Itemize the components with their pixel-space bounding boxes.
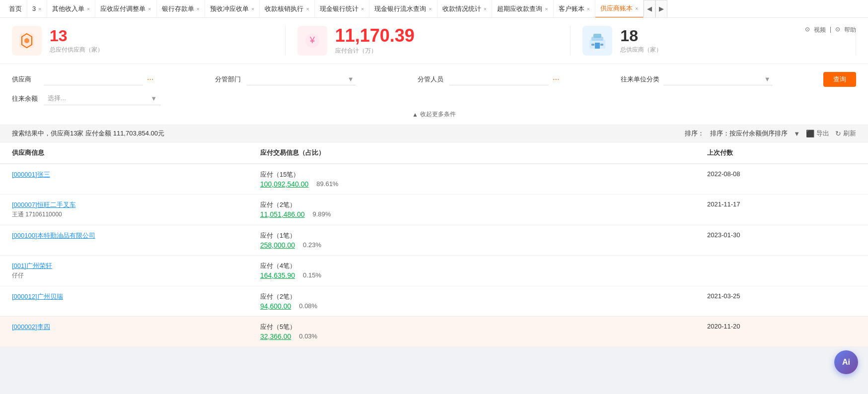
svg-rect-8 [595, 43, 600, 49]
close-tab-3[interactable]: × [38, 6, 41, 12]
person-input[interactable] [449, 73, 549, 85]
close-tab-recv-verify[interactable]: × [306, 6, 309, 12]
supplier-link-5[interactable]: [000012]广州贝瑞 [12, 293, 63, 300]
close-tab-cash-bank-stat[interactable]: × [361, 6, 364, 12]
collapse-label: 收起更多条件 [420, 110, 456, 119]
filter-balance: 往来余额 选择... ▼ [12, 92, 161, 105]
svg-text:¥: ¥ [309, 35, 315, 45]
stat-total-details: 11,170.39 应付合计（万） [335, 27, 415, 55]
refresh-button[interactable]: ↻ 刷新 [835, 129, 856, 138]
result-actions: 排序： 排序：按应付余额倒序排序 ▼ ⬛ 导出 ↻ 刷新 [685, 129, 856, 138]
filter-dept: 分管部门 ▼ [215, 73, 410, 85]
stat-supplier-number: 18 [620, 28, 662, 44]
supplier-info-1: [000001]张三 [12, 170, 260, 179]
table-container: 供应商信息 应付交易信息（占比） 上次付数 [000001]张三 应付（15笔）… [0, 142, 868, 347]
table-row: [000002]李四 应付（5笔） 32,366.00 0.03% 2020-1… [0, 317, 868, 347]
stat-supplier-details: 18 总供应商（家） [620, 28, 662, 54]
nav-tab-prepay-offset[interactable]: 预收冲应收单 × [205, 0, 260, 18]
nav-tab-3[interactable]: 3 × [27, 0, 47, 18]
close-tab-customer-acct[interactable]: × [587, 6, 590, 12]
collapse-arrow: ▲ [412, 111, 418, 118]
close-tab-other-income[interactable]: × [87, 6, 90, 12]
category-label: 往来单位分类 [621, 75, 659, 84]
close-tab-prepay-offset[interactable]: × [251, 6, 254, 12]
close-tab-recv-stat[interactable]: × [484, 6, 487, 12]
nav-tab-customer-acct[interactable]: 客户账本 × [554, 0, 595, 18]
nav-tab-other-income[interactable]: 其他收入单 × [47, 0, 95, 18]
trans-count-3: 应付（1笔） [260, 231, 707, 240]
nav-tab-recv-stat[interactable]: 收款情况统计 × [437, 0, 492, 18]
supplier-link-2[interactable]: [000007]恒旺二手叉车 [12, 201, 76, 208]
trans-count-2: 应付（2笔） [260, 200, 707, 209]
trans-count-4: 应付（4笔） [260, 262, 707, 270]
nav-right-arrow[interactable]: ▶ [655, 0, 667, 18]
dept-select[interactable]: ▼ [247, 73, 356, 85]
nav-tab-cash-bank-stat[interactable]: 现金银行统计 × [315, 0, 369, 18]
nav-tab-recv-verify[interactable]: 收款核销执行 × [260, 0, 314, 18]
col-trans: 应付交易信息（占比） [260, 148, 707, 157]
nav-tab-supplier-acct[interactable]: 供应商账本 × [595, 0, 644, 18]
help-icon: ⊙ [835, 26, 840, 34]
nav-tab-home[interactable]: 首页 [4, 0, 27, 18]
trans-count-5: 应付（2笔） [260, 292, 707, 301]
trans-percent-5: 0.08% [299, 302, 317, 310]
sort-label: 排序： [685, 129, 704, 138]
help-link[interactable]: 帮助 [844, 26, 856, 34]
nav-tab-cash-bank-flow[interactable]: 现金银行流水查询 × [369, 0, 437, 18]
link-divider: | [830, 26, 831, 34]
filter-row-1: 供应商 ··· 分管部门 ▼ 分管人员 ··· 往来单位分类 ▼ 查询 [12, 72, 856, 87]
supplier-info-3: [000100]本特勤油品有限公司 [12, 231, 260, 240]
supplier-link-3[interactable]: [000100]本特勤油品有限公司 [12, 232, 95, 239]
category-select[interactable]: ▼ [663, 73, 773, 85]
export-button[interactable]: ⬛ 导出 [806, 129, 829, 138]
svg-rect-7 [593, 34, 601, 38]
result-text: 搜索结果中，供应商13家 应付金额 111,703,854.00元 [12, 129, 164, 138]
trans-amount-4[interactable]: 164,635.90 [260, 271, 295, 279]
supplier-dots[interactable]: ··· [147, 75, 153, 84]
trans-percent-1: 89.61% [316, 180, 338, 188]
supplier-input[interactable] [44, 73, 143, 85]
col-supplier: 供应商信息 [12, 148, 260, 157]
table-header: 供应商信息 应付交易信息（占比） 上次付数 [0, 142, 868, 164]
trans-count-1: 应付（15笔） [260, 170, 707, 179]
last-pay-3: 2023-01-30 [707, 231, 856, 239]
stat-payable-suppliers: 13 总应付供应商（家） [12, 26, 286, 56]
nav-tab-overdue-query[interactable]: 超期应收款查询 × [492, 0, 553, 18]
balance-arrow: ▼ [150, 95, 157, 102]
video-link[interactable]: 视频 [814, 26, 826, 34]
close-tab-payable-adjust[interactable]: × [148, 6, 151, 12]
nav-tab-bank-deposit[interactable]: 银行存款单 × [157, 0, 205, 18]
collapse-button[interactable]: ▲ 收起更多条件 [412, 110, 456, 119]
sort-value[interactable]: 排序：按应付余额倒序排序 [710, 129, 788, 138]
supplier-link-6[interactable]: [000002]李四 [12, 323, 50, 330]
close-tab-bank-deposit[interactable]: × [197, 6, 200, 12]
trans-amount-5[interactable]: 94,600.00 [260, 302, 291, 310]
nav-tab-payable-adjust[interactable]: 应收应付调整单 × [95, 0, 156, 18]
close-tab-cash-bank-flow[interactable]: × [429, 6, 432, 12]
sort-down-icon: ▼ [794, 130, 800, 137]
trans-info-6: 应付（5笔） 32,366.00 0.03% [260, 323, 707, 340]
balance-label: 往来余额 [12, 94, 40, 103]
close-tab-overdue-query[interactable]: × [545, 6, 548, 12]
supplier-label: 供应商 [12, 75, 40, 84]
trans-amount-2[interactable]: 11,051,486.00 [260, 210, 305, 218]
close-tab-supplier-acct[interactable]: × [635, 5, 638, 11]
dept-arrow: ▼ [348, 75, 354, 83]
trans-amount-6[interactable]: 32,366.00 [260, 332, 291, 340]
nav-left-arrow[interactable]: ◀ [644, 0, 655, 18]
supplier-link-1[interactable]: [000001]张三 [12, 171, 50, 178]
search-button[interactable]: 查询 [823, 72, 856, 87]
trans-amount-row-2: 11,051,486.00 9.89% [260, 209, 707, 218]
trans-amount-1[interactable]: 100,092,540.00 [260, 180, 308, 188]
supplier-info-4: [001]广州荣轩 仔仔 [12, 262, 260, 280]
supplier-sub-2: 王通 17106110000 [12, 210, 260, 219]
supplier-link-4[interactable]: [001]广州荣轩 [12, 262, 52, 269]
last-pay-2: 2021-11-17 [707, 200, 856, 208]
person-dots[interactable]: ··· [553, 75, 559, 84]
filter-row-2: 往来余额 选择... ▼ [12, 92, 856, 105]
trans-amount-3[interactable]: 258,000.00 [260, 241, 295, 249]
dept-label: 分管部门 [215, 75, 243, 84]
balance-select[interactable]: 选择... ▼ [44, 92, 161, 105]
svg-rect-9 [591, 44, 594, 46]
stat-payable-total: ¥ 11,170.39 应付合计（万） [286, 26, 571, 56]
